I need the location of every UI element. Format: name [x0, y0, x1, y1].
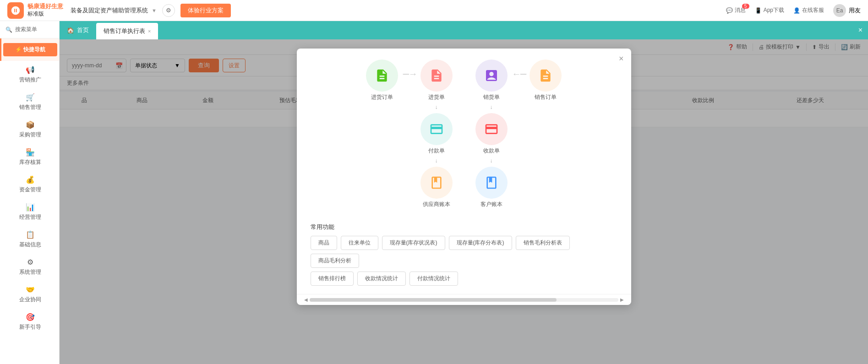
purchase-order-label: 进货订单 — [371, 93, 393, 101]
scroll-left-arrow[interactable]: ◀ — [304, 297, 308, 302]
enterprise-label: 企业协同 — [19, 296, 41, 304]
sale-order-label: 销售订单 — [535, 93, 557, 101]
payment-label: 付款单 — [428, 147, 445, 155]
customer-ledger-icon — [475, 167, 508, 199]
customer-ledger-label: 客户账本 — [480, 201, 502, 208]
trial-button[interactable]: 体验行业方案 — [180, 4, 231, 17]
newbie-label: 新手引导 — [19, 323, 41, 331]
func-btn-sales-rank[interactable]: 销售排行榜 — [311, 272, 354, 286]
arrow-2: ← - - - — [512, 60, 525, 79]
sidebar-item-basic[interactable]: 📋 基础信息 — [0, 226, 59, 253]
modal-close-button[interactable]: × — [619, 54, 624, 64]
finance-label: 资金管理 — [19, 186, 41, 194]
operation-icon: 📊 — [26, 203, 35, 212]
sidebar-item-system[interactable]: ⚙ 系统管理 — [0, 253, 59, 281]
sidebar-item-quick-nav[interactable]: ⚡ 快捷导航 — [0, 38, 59, 61]
func-btn-stock-status[interactable]: 现存量(库存状况表) — [382, 236, 445, 250]
settings-button[interactable]: ⚙ — [162, 4, 175, 17]
sale-bill-icon — [475, 60, 508, 92]
flow-diagram: 进货订单 - - - → — [311, 60, 617, 208]
sale-bill-label: 销货单 — [483, 93, 500, 101]
logo-icon — [7, 2, 24, 19]
marketing-icon: 📢 — [26, 65, 35, 74]
finance-icon: 💰 — [26, 175, 35, 184]
flow-col-left: 进货单 ↓ 付款单 ↓ — [420, 60, 453, 208]
sidebar-item-sales[interactable]: 🛒 销售管理 — [0, 88, 59, 116]
sidebar-item-purchase[interactable]: 📦 采购管理 — [0, 116, 59, 143]
top-bar-right: 💬 消息 5 📱 App下载 👤 在线客服 Ea 用友 — [726, 4, 861, 17]
logo-text: 畅康通好生意 标准版 — [27, 3, 63, 17]
logo-area: 畅康通好生意 标准版 — [7, 2, 63, 19]
func-btn-payment-stat[interactable]: 付款情况统计 — [409, 272, 458, 286]
avatar: Ea — [833, 4, 846, 17]
sidebar-item-newbie[interactable]: 🎯 新手引导 — [0, 308, 59, 336]
func-btn-stock-dist[interactable]: 现存量(库存分布表) — [449, 236, 512, 250]
modal-overlay: × 进货订单 — [60, 39, 868, 364]
sidebar-item-finance[interactable]: 💰 资金管理 — [0, 171, 59, 198]
marketing-label: 营销推广 — [19, 76, 41, 84]
modal-body: 进货订单 - - - → — [297, 49, 631, 294]
content-area: 🏠 首页 销售订单执行表 × × ❓ 帮助 — [60, 21, 868, 364]
basic-label: 基础信息 — [19, 241, 41, 249]
modal-scroll: ◀ ▶ — [297, 294, 631, 305]
newbie-icon: 🎯 — [26, 313, 35, 321]
app-icon: 📱 — [755, 7, 762, 14]
func-btn-sales-profit[interactable]: 销售毛利分析表 — [516, 236, 570, 250]
operation-label: 经营管理 — [19, 213, 41, 221]
func-btn-receipt-stat[interactable]: 收款情况统计 — [357, 272, 406, 286]
message-icon: 💬 — [726, 7, 733, 14]
service-icon: 👤 — [793, 7, 800, 14]
home-icon: 🏠 — [67, 27, 74, 34]
app-download-label: App下载 — [764, 6, 784, 14]
sales-icon: 🛒 — [26, 93, 35, 102]
system-label: 系统管理 — [19, 268, 41, 276]
func-buttons-row2: 销售排行榜 收款情况统计 付款情况统计 — [311, 272, 617, 286]
logo-brand: 畅康通好生意 — [27, 3, 63, 11]
purchase-bill-icon — [420, 60, 453, 92]
app-download-button[interactable]: 📱 App下载 — [755, 6, 784, 14]
scroll-right-arrow[interactable]: ▶ — [620, 297, 624, 302]
func-btn-goods[interactable]: 商品 — [311, 236, 337, 250]
scroll-thumb — [310, 298, 557, 302]
inventory-label: 库存核算 — [19, 158, 41, 166]
enterprise-icon: 🤝 — [26, 285, 35, 294]
main-area: 🔍 搜索菜单 ⚡ 快捷导航 📢 营销推广 🛒 销售管理 📦 采购管理 🏪 库存核… — [0, 21, 868, 364]
system-dropdown-arrow[interactable]: ▼ — [152, 8, 157, 13]
quick-nav-label: ⚡ 快捷导航 — [3, 43, 57, 56]
user-name: 用友 — [849, 6, 861, 15]
payment-icon — [420, 113, 453, 145]
purchase-order-icon — [366, 60, 398, 92]
sidebar-item-enterprise[interactable]: 🤝 企业协同 — [0, 281, 59, 308]
message-badge: 5 — [742, 4, 749, 9]
func-btn-partner[interactable]: 往来单位 — [341, 236, 378, 250]
flow-node-sale-order: 销售订单 — [530, 60, 562, 101]
arrow-down-3: ↓ — [490, 103, 493, 111]
search-menu[interactable]: 🔍 搜索菜单 — [0, 21, 59, 38]
receipt-label: 收款单 — [483, 147, 500, 155]
purchase-icon: 📦 — [26, 120, 35, 129]
online-service-button[interactable]: 👤 在线客服 — [793, 6, 824, 14]
basic-icon: 📋 — [26, 230, 35, 239]
tab-close-icon[interactable]: × — [148, 28, 151, 34]
tab-home[interactable]: 🏠 首页 — [60, 21, 96, 39]
sidebar-item-marketing[interactable]: 📢 营销推广 — [0, 61, 59, 88]
modal-dialog: × 进货订单 — [297, 49, 631, 305]
sidebar-item-inventory[interactable]: 🏪 库存核算 — [0, 143, 59, 171]
sidebar: 🔍 搜索菜单 ⚡ 快捷导航 📢 营销推广 🛒 销售管理 📦 采购管理 🏪 库存核… — [0, 21, 60, 364]
func-btn-goods-profit[interactable]: 商品毛利分析 — [311, 254, 359, 268]
user-area[interactable]: Ea 用友 — [833, 4, 861, 17]
sidebar-item-operation[interactable]: 📊 经营管理 — [0, 198, 59, 226]
scroll-track[interactable] — [310, 298, 618, 302]
common-functions: 常用功能 商品 往来单位 现存量(库存状况表) 现存量(库存分布表) 销售毛利分… — [311, 219, 617, 289]
top-bar: 畅康通好生意 标准版 装备及固定资产辅助管理系统 ▼ ⚙ 体验行业方案 💬 消息… — [0, 0, 868, 21]
arrow-down-1: ↓ — [435, 103, 438, 111]
sales-label: 销售管理 — [19, 103, 41, 111]
system-name: 装备及固定资产辅助管理系统 — [71, 6, 148, 15]
tab-sales-order[interactable]: 销售订单执行表 × — [96, 23, 158, 39]
close-all-button[interactable]: × — [858, 26, 868, 34]
online-service-label: 在线客服 — [802, 6, 824, 14]
arrow-down-2: ↓ — [435, 157, 438, 165]
app-wrapper: 畅康通好生意 标准版 装备及固定资产辅助管理系统 ▼ ⚙ 体验行业方案 💬 消息… — [0, 0, 868, 364]
search-menu-label: 搜索菜单 — [15, 26, 37, 33]
message-button[interactable]: 💬 消息 5 — [726, 6, 746, 14]
